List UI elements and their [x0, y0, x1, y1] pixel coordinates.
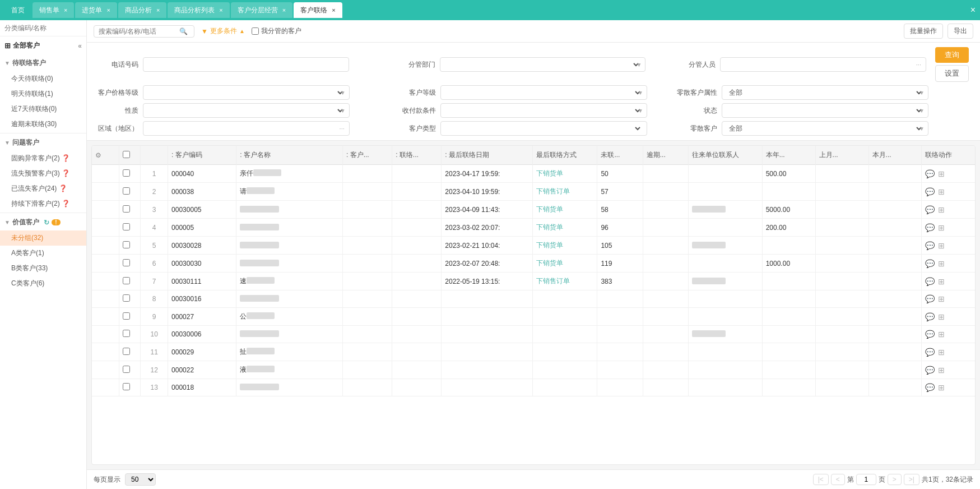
gear-icon[interactable]: ⚙	[95, 151, 101, 159]
sidebar-all-customers[interactable]: ⊞ 全部客户 «	[0, 36, 86, 55]
nature-select-input[interactable]	[148, 106, 345, 115]
more-action-icon[interactable]: ⊞	[938, 205, 945, 214]
tab-purchase[interactable]: 进货单 ×	[75, 2, 117, 18]
first-page-button[interactable]: |<	[813, 474, 829, 485]
export-button[interactable]: 导出	[948, 24, 973, 39]
row-last-way-link[interactable]: 下销售订单	[536, 187, 570, 195]
region-field[interactable]	[148, 124, 340, 132]
th-code[interactable]: : 客户编码	[168, 146, 236, 165]
row-checkbox[interactable]	[123, 383, 130, 390]
person-field[interactable]	[725, 61, 916, 68]
th-unlink[interactable]: 未联...	[597, 146, 643, 165]
sidebar-item-week-pending[interactable]: 近7天待联络(0)	[0, 102, 86, 117]
tab-analysis[interactable]: 商品分析 ×	[118, 2, 166, 18]
batch-ops-button[interactable]: 批量操作	[904, 24, 943, 39]
sidebar-item-overdue-pending[interactable]: 逾期未联络(30)	[0, 117, 86, 132]
page-input[interactable]	[856, 474, 876, 485]
sidebar-group-problem[interactable]: ▼ 问题客户	[0, 135, 86, 151]
contact-action-icon[interactable]: 💬	[925, 312, 935, 321]
search-button[interactable]: 查询	[935, 47, 969, 63]
contact-action-icon[interactable]: 💬	[925, 383, 935, 392]
sidebar-item-warning[interactable]: 流失预警客户(3) ❓	[0, 166, 86, 181]
sidebar-item-tomorrow-pending[interactable]: 明天待联络(1)	[0, 86, 86, 102]
tab-customer-manager-close[interactable]: ×	[282, 7, 286, 13]
phone-field[interactable]	[148, 61, 344, 68]
row-last-way-link[interactable]: 下销货单	[536, 169, 563, 177]
more-action-icon[interactable]: ⊞	[938, 277, 945, 286]
tab-customer-contact[interactable]: 客户联络 ×	[294, 2, 342, 18]
th-lastmonth[interactable]: 上月...	[815, 146, 868, 165]
contact-action-icon[interactable]: 💬	[925, 241, 935, 250]
sidebar-group-value[interactable]: ▼ 价值客户 ↻ !	[0, 214, 86, 230]
reset-button[interactable]: 设置	[935, 65, 969, 82]
refresh-icon[interactable]: ↻	[44, 219, 49, 227]
sidebar-item-lost[interactable]: 已流失客户(24) ❓	[0, 181, 86, 196]
th-thisyear[interactable]: 本年...	[762, 146, 815, 165]
contact-action-icon[interactable]: 💬	[925, 294, 935, 303]
row-checkbox[interactable]	[123, 330, 130, 337]
tab-sales[interactable]: 销售单 ×	[32, 2, 74, 18]
th-partner[interactable]: 往来单位联系人	[689, 146, 763, 165]
row-last-way-link[interactable]: 下销货单	[536, 259, 563, 267]
more-action-icon[interactable]: ⊞	[938, 383, 945, 392]
contact-action-icon[interactable]: 💬	[925, 187, 935, 196]
row-checkbox[interactable]	[123, 187, 130, 195]
more-action-icon[interactable]: ⊞	[938, 312, 945, 321]
more-action-icon[interactable]: ⊞	[938, 259, 945, 268]
sidebar-item-abnormal[interactable]: 固购异常客户(2) ❓	[0, 151, 86, 166]
more-conditions-btn[interactable]: ▼ 更多条件 ▲	[201, 26, 245, 36]
more-action-icon[interactable]: ⊞	[938, 241, 945, 250]
row-checkbox[interactable]	[123, 348, 130, 355]
more-action-icon[interactable]: ⊞	[938, 187, 945, 196]
more-action-icon[interactable]: ⊞	[938, 223, 945, 232]
row-checkbox[interactable]	[123, 223, 130, 230]
row-checkbox[interactable]	[123, 169, 130, 177]
contact-action-icon[interactable]: 💬	[925, 205, 935, 214]
th-lastway[interactable]: 最后联络方式	[533, 146, 597, 165]
th-thismonth[interactable]: 本月...	[868, 146, 922, 165]
customer-type-select-input[interactable]	[445, 124, 642, 133]
close-all-tabs[interactable]: ×	[970, 5, 976, 15]
sidebar-group-pending[interactable]: ▼ 待联络客户	[0, 55, 86, 71]
more-action-icon[interactable]: ⊞	[938, 366, 945, 375]
sidebar-item-c-class[interactable]: C类客户(6)	[0, 276, 86, 291]
sidebar-item-today-pending[interactable]: 今天待联络(0)	[0, 71, 86, 86]
row-last-way-link[interactable]: 下销售订单	[536, 277, 570, 285]
tab-analysis-close[interactable]: ×	[156, 7, 160, 13]
my-customers-toggle[interactable]: 我分管的客户	[252, 26, 301, 36]
tab-purchase-close[interactable]: ×	[106, 7, 110, 13]
next-page-button[interactable]: >	[888, 474, 902, 485]
page-size-select[interactable]: 50 10 20 100	[125, 473, 156, 486]
row-last-way-link[interactable]: 下销货单	[536, 241, 563, 249]
row-checkbox[interactable]	[123, 241, 130, 248]
sidebar-search-input[interactable]	[4, 24, 87, 32]
contact-action-icon[interactable]: 💬	[925, 169, 935, 178]
th-ctype[interactable]: : 客户...	[343, 146, 392, 165]
more-action-icon[interactable]: ⊞	[938, 169, 945, 178]
tab-home[interactable]: 首页	[4, 2, 31, 18]
contact-action-icon[interactable]: 💬	[925, 348, 935, 357]
contact-action-icon[interactable]: 💬	[925, 277, 935, 286]
tab-analysis-list[interactable]: 商品分析列表 ×	[168, 2, 229, 18]
contact-action-icon[interactable]: 💬	[925, 366, 935, 375]
row-checkbox[interactable]	[123, 294, 130, 302]
status-select-input[interactable]	[727, 106, 923, 115]
tab-customer-manager[interactable]: 客户分层经营 ×	[231, 2, 292, 18]
sidebar-item-ungroup[interactable]: 未分组(32)	[0, 230, 86, 246]
row-last-way-link[interactable]: 下销货单	[536, 223, 563, 231]
prev-page-button[interactable]: <	[831, 474, 845, 485]
sidebar-item-a-class[interactable]: A类客户(1)	[0, 246, 86, 261]
scattered-select-input[interactable]: 全部	[727, 124, 923, 133]
contact-action-icon[interactable]: 💬	[925, 330, 935, 339]
tab-analysis-list-close[interactable]: ×	[219, 7, 222, 13]
sidebar-collapse-btn[interactable]: «	[78, 42, 82, 50]
dept-select-input[interactable]	[445, 60, 641, 69]
scattered-attr-select-input[interactable]: 全部	[727, 88, 923, 97]
th-overdue[interactable]: 逾期...	[643, 146, 688, 165]
th-settings[interactable]: ⚙	[92, 146, 119, 165]
row-checkbox[interactable]	[123, 312, 130, 320]
row-checkbox[interactable]	[123, 277, 130, 284]
sidebar-item-b-class[interactable]: B类客户(33)	[0, 261, 86, 276]
tab-customer-contact-close[interactable]: ×	[332, 7, 335, 13]
th-lastdate[interactable]: : 最后联络日期	[442, 146, 533, 165]
